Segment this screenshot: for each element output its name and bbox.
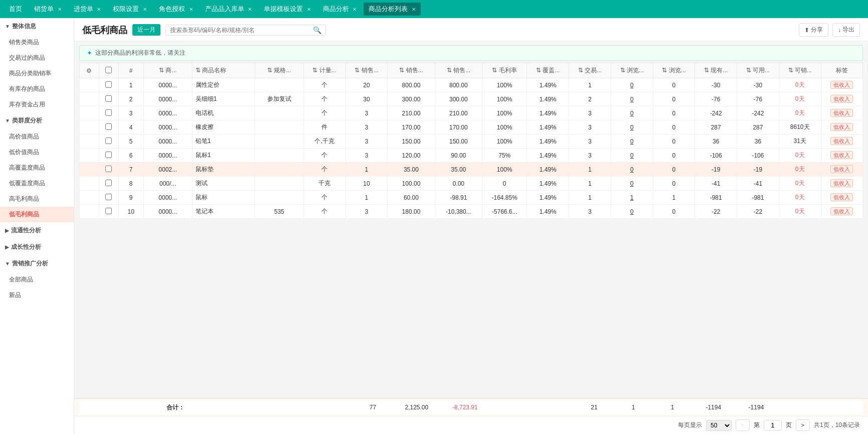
nav-goods-analysis-list[interactable]: 商品分析列表 ✕ (364, 3, 421, 16)
sidebar-item-in-stock[interactable]: 有库存的商品 (0, 81, 74, 97)
nav-template[interactable]: 单据模板设置 ✕ (259, 3, 316, 16)
row-view1[interactable]: 0 (611, 120, 653, 134)
col-sale-amount-header[interactable]: ⇅ 销售... (435, 63, 482, 78)
row-stock: -41 (695, 177, 737, 191)
row-checkbox[interactable] (105, 166, 112, 172)
col-sale-price-header[interactable]: ⇅ 销售... (388, 63, 435, 78)
nav-sales[interactable]: 销货单 ✕ (29, 3, 67, 16)
sidebar-item-high-margin[interactable]: 高毛利商品 (0, 191, 74, 207)
sidebar-item-low-margin[interactable]: 低毛利商品 (0, 207, 74, 222)
page-input[interactable] (764, 420, 782, 430)
row-name: 鼠标 (192, 191, 255, 205)
export-icon: ↓ (838, 27, 841, 34)
sidebar-item-category-rate[interactable]: 商品分类助销率 (0, 66, 74, 81)
col-cover-header[interactable]: ⇅ 覆盖... (527, 63, 569, 78)
nav-purchase-close[interactable]: ✕ (97, 7, 101, 12)
select-all-checkbox[interactable] (105, 67, 112, 73)
nav-home[interactable]: 首页 (4, 3, 27, 16)
row-checkbox[interactable] (105, 81, 112, 88)
col-name-header[interactable]: ⇅ 商品名称 (192, 63, 255, 78)
row-checkbox[interactable] (105, 95, 112, 102)
col-spec-header[interactable]: ⇅ 规格... (255, 63, 303, 78)
row-view1[interactable]: 0 (611, 78, 653, 92)
checkbox-cell[interactable] (99, 177, 118, 191)
checkbox-cell[interactable] (99, 205, 118, 219)
nav-purchase[interactable]: 进货单 ✕ (69, 3, 106, 16)
row-checkbox[interactable] (105, 194, 112, 200)
sidebar-group-marketing[interactable]: ▼ 营销推广分析 (0, 255, 74, 272)
row-view1[interactable]: 0 (611, 163, 653, 177)
nav-role-close[interactable]: ✕ (189, 7, 193, 12)
sidebar-item-traded[interactable]: 交易过的商品 (0, 50, 74, 66)
page-size-select[interactable]: 50 100 (706, 420, 732, 431)
row-checkbox[interactable] (105, 137, 112, 144)
row-view1[interactable]: 0 (611, 106, 653, 120)
sidebar-item-sales-goods[interactable]: 销售类商品 (0, 35, 74, 50)
nav-goods-analysis[interactable]: 商品分析 ✕ (318, 3, 362, 16)
row-stock: -76 (695, 92, 737, 106)
prev-page-button[interactable]: ＜ (736, 419, 750, 431)
nav-permission[interactable]: 权限设置 ✕ (108, 3, 152, 16)
search-input[interactable] (170, 27, 313, 34)
sidebar-item-low-value[interactable]: 低价值商品 (0, 144, 74, 160)
row-view1[interactable]: 1 (611, 191, 653, 205)
col-view1-header[interactable]: ⇅ 浏览... (611, 63, 653, 78)
row-checkbox[interactable] (105, 123, 112, 130)
checkbox-cell[interactable] (99, 134, 118, 149)
col-avail-header[interactable]: ⇅ 可用... (737, 63, 779, 78)
col-sale-qty-header[interactable]: ⇅ 销售... (345, 63, 388, 78)
row-view1[interactable]: 0 (611, 149, 653, 163)
row-sellable: 8610天 (779, 120, 821, 134)
row-view1[interactable]: 0 (611, 205, 653, 219)
checkbox-cell[interactable] (99, 78, 118, 92)
col-checkbox-all[interactable] (99, 63, 118, 78)
search-icon[interactable]: 🔍 (313, 26, 321, 34)
col-code-header[interactable]: ⇅ 商... (143, 63, 192, 78)
checkbox-cell[interactable] (99, 106, 118, 120)
sidebar-item-new-goods[interactable]: 新品 (0, 287, 74, 303)
nav-goods-analysis-list-close[interactable]: ✕ (412, 7, 416, 12)
nav-role[interactable]: 角色授权 ✕ (154, 3, 198, 16)
col-view2-header[interactable]: ⇅ 浏览... (653, 63, 695, 78)
row-view1[interactable]: 0 (611, 134, 653, 149)
row-checkbox[interactable] (105, 152, 112, 158)
date-filter-button[interactable]: 近一月 (132, 24, 160, 36)
row-view1[interactable]: 0 (611, 177, 653, 191)
sidebar-group-overall[interactable]: ▼ 整体信息 (0, 18, 74, 35)
nav-product-entry-close[interactable]: ✕ (248, 7, 252, 12)
sort-icon-6: ⇅ (399, 67, 404, 74)
nav-product-entry[interactable]: 产品品入库单 ✕ (200, 3, 257, 16)
col-unit-header[interactable]: ⇅ 计量... (303, 63, 345, 78)
nav-template-close[interactable]: ✕ (307, 7, 311, 12)
col-trade-header[interactable]: ⇅ 交易... (569, 63, 611, 78)
checkbox-cell[interactable] (99, 191, 118, 205)
sidebar-item-high-coverage[interactable]: 高覆盖度商品 (0, 160, 74, 176)
sidebar-item-high-value[interactable]: 高价值商品 (0, 129, 74, 144)
nav-permission-close[interactable]: ✕ (143, 7, 147, 12)
row-checkbox[interactable] (105, 180, 112, 186)
alert-icon: ✦ (87, 49, 92, 57)
checkbox-cell[interactable] (99, 149, 118, 163)
row-view1[interactable]: 0 (611, 92, 653, 106)
nav-sales-close[interactable]: ✕ (58, 7, 62, 12)
col-sellable-header[interactable]: ⇅ 可销... (779, 63, 821, 78)
col-stock-header[interactable]: ⇅ 现有... (695, 63, 737, 78)
sidebar-group-cluster[interactable]: ▼ 类群度分析 (0, 112, 74, 129)
sidebar-item-capital[interactable]: 库存资金占用 (0, 97, 74, 112)
share-button[interactable]: ⬆ 分享 (799, 23, 828, 37)
sidebar-group-flow[interactable]: ▶ 流通性分析 (0, 222, 74, 239)
col-tag-header[interactable]: 标签 (821, 63, 862, 78)
sidebar-item-all-goods[interactable]: 全部商品 (0, 272, 74, 287)
checkbox-cell[interactable] (99, 120, 118, 134)
row-checkbox[interactable] (105, 208, 112, 214)
sidebar-item-low-coverage[interactable]: 低覆盖度商品 (0, 176, 74, 191)
nav-goods-analysis-close[interactable]: ✕ (353, 7, 357, 12)
sidebar-group-growth[interactable]: ▶ 成长性分析 (0, 239, 74, 255)
export-button[interactable]: ↓ 导出 (832, 23, 860, 37)
col-settings[interactable]: ⚙ (80, 63, 99, 78)
row-checkbox[interactable] (105, 109, 112, 116)
checkbox-cell[interactable] (99, 92, 118, 106)
checkbox-cell[interactable] (99, 163, 118, 177)
col-gross-header[interactable]: ⇅ 毛利率 (482, 63, 527, 78)
next-page-button[interactable]: ＞ (796, 419, 810, 431)
